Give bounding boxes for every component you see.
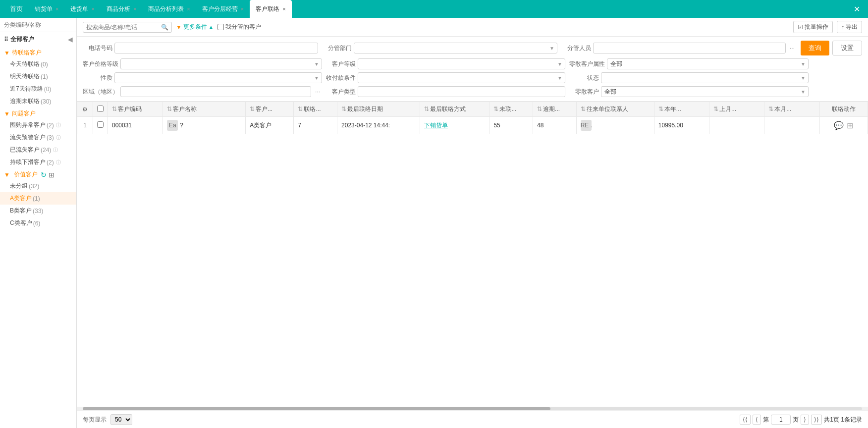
adv-nature-select[interactable] bbox=[114, 72, 322, 83]
adv-person-ellipsis[interactable]: ··· bbox=[788, 45, 797, 52]
adv-cust-level-select[interactable] bbox=[358, 58, 565, 69]
horizontal-scrollbar[interactable] bbox=[77, 407, 868, 411]
filter-search-input[interactable] bbox=[86, 24, 161, 31]
sidebar-item-overdue[interactable]: 逾期未联络(30) bbox=[0, 95, 76, 107]
adv-payment-select[interactable] bbox=[358, 72, 565, 83]
nav-tab-home[interactable]: 首页 bbox=[4, 4, 29, 13]
scrollbar-thumb[interactable] bbox=[83, 407, 550, 410]
sidebar-all-customers[interactable]: ⠿ 全部客户 ◀ bbox=[0, 32, 76, 47]
refresh-icon[interactable]: ↻ bbox=[41, 171, 47, 179]
table-row: 1 000031 Ea? A类客户 7 2023-04-12 14:44: 下销… bbox=[77, 117, 868, 134]
th-contact[interactable]: ⇅联络... bbox=[294, 102, 337, 117]
sidebar-item-tomorrow[interactable]: 明天待联络(1) bbox=[0, 70, 76, 83]
nav-tab-purchase[interactable]: 进货单 × bbox=[64, 0, 100, 18]
my-customers-checkbox[interactable] bbox=[217, 24, 224, 30]
collapse-icon[interactable]: ◀ bbox=[68, 36, 72, 43]
nav-tab-purchase-close[interactable]: × bbox=[91, 6, 94, 12]
nav-tab-sales-close[interactable]: × bbox=[55, 6, 58, 12]
sidebar-item-7days[interactable]: 近7天待联络(0) bbox=[0, 83, 76, 95]
nav-tab-analysis-close[interactable]: × bbox=[133, 6, 136, 12]
sidebar-item-declining[interactable]: 持续下滑客户(2)ⓘ bbox=[0, 156, 76, 168]
action-icons-group: 💬 ⊞ bbox=[824, 121, 864, 130]
th-lastmon[interactable]: ⇅上月... bbox=[709, 102, 764, 117]
adv-field-payment: 收付款条件 ▼ bbox=[326, 72, 565, 83]
settings-button[interactable]: 设置 bbox=[832, 41, 862, 55]
sidebar-group-waiting[interactable]: ▼ 待联络客户 bbox=[0, 47, 76, 58]
adv-person-input[interactable] bbox=[593, 43, 786, 54]
select-all-checkbox[interactable] bbox=[97, 106, 104, 112]
adv-region-ellipsis[interactable]: ··· bbox=[313, 88, 322, 95]
page-last-button[interactable]: ⟩⟩ bbox=[811, 415, 822, 425]
advanced-filter: 电话号码 分管部门 ▼ 分管人员 ··· 查询 设置 bbox=[77, 37, 868, 102]
adv-retail-attr-select[interactable]: 全部 bbox=[607, 58, 809, 69]
th-code[interactable]: ⇅客户编码 bbox=[108, 102, 163, 117]
sidebar-item-b-class[interactable]: B类客户(33) bbox=[0, 205, 76, 217]
th-overdue[interactable]: ⇅逾期... bbox=[533, 102, 577, 117]
page-first-button[interactable]: ⟨⟨ bbox=[740, 415, 751, 425]
cell-company: RE . bbox=[576, 117, 654, 134]
nav-tab-sales[interactable]: 销货单 × bbox=[29, 0, 64, 18]
adv-status-select[interactable] bbox=[601, 72, 809, 83]
cell-lastmethod[interactable]: 下销货单 bbox=[420, 117, 489, 134]
export-button[interactable]: ↑ 导出 bbox=[837, 21, 862, 33]
sidebar-item-c-class[interactable]: C类客户(6) bbox=[0, 217, 76, 229]
adv-dept-select[interactable] bbox=[354, 43, 557, 54]
sidebar-search-bar: 🔍 bbox=[0, 18, 76, 32]
adv-region-input[interactable] bbox=[120, 86, 311, 97]
lastmethod-link[interactable]: 下销货单 bbox=[424, 122, 448, 129]
sidebar-item-churned[interactable]: 已流失客户(24)ⓘ bbox=[0, 144, 76, 156]
adv-field-cust-type: 客户类型 bbox=[326, 86, 565, 97]
my-customers-checkbox-wrap[interactable]: 我分管的客户 bbox=[217, 23, 261, 31]
sidebar-group-value[interactable]: ▼ 价值客户 ↻ ⊞ bbox=[0, 168, 76, 180]
th-lastmethod[interactable]: ⇅最后联络方式 bbox=[420, 102, 489, 117]
th-action: 联络动作 bbox=[819, 102, 868, 117]
th-thisyr[interactable]: ⇅本年... bbox=[654, 102, 709, 117]
window-close-button[interactable]: ✕ bbox=[850, 4, 864, 14]
nav-tab-customer-mgmt[interactable]: 客户分层经营 × bbox=[196, 0, 250, 18]
scrollbar-track[interactable] bbox=[83, 407, 862, 410]
sidebar-item-hoarding[interactable]: 囤购异常客户(2)ⓘ bbox=[0, 119, 76, 131]
sidebar-item-churn-warning[interactable]: 流失预警客户(3)ⓘ bbox=[0, 131, 76, 144]
sidebar-search-input[interactable] bbox=[4, 21, 77, 28]
page-prev-button[interactable]: ⟨ bbox=[753, 415, 761, 425]
table-header-row: ⚙ ⇅客户编码 ⇅客户名称 ⇅客户... ⇅联络... ⇅最后联络日期 ⇅最后联… bbox=[77, 102, 868, 117]
adv-price-level-select[interactable] bbox=[120, 58, 322, 69]
per-page-select[interactable]: 50 bbox=[110, 414, 132, 425]
batch-ops-button[interactable]: ☑ 批量操作 bbox=[793, 21, 833, 33]
sidebar-item-a-class[interactable]: A类客户(1) bbox=[0, 192, 76, 205]
nav-tab-analysis-list-close[interactable]: × bbox=[187, 6, 190, 12]
sidebar-item-today[interactable]: 今天待联络(0) bbox=[0, 58, 76, 70]
nav-tab-customer-contact-close[interactable]: × bbox=[282, 6, 285, 12]
page-next-button[interactable]: ⟩ bbox=[801, 415, 809, 425]
th-settings[interactable]: ⚙ bbox=[77, 102, 93, 117]
th-lastdate[interactable]: ⇅最后联络日期 bbox=[337, 102, 420, 117]
sidebar-item-unclassified[interactable]: 未分组(32) bbox=[0, 180, 76, 192]
group-manage-icon[interactable]: ⊞ bbox=[49, 171, 54, 179]
th-name[interactable]: ⇅客户名称 bbox=[163, 102, 246, 117]
nav-tab-analysis-list[interactable]: 商品分析列表 × bbox=[142, 0, 196, 18]
query-button[interactable]: 查询 bbox=[801, 41, 829, 55]
sort-icon-contact: ⇅ bbox=[298, 106, 303, 112]
filter-more-conditions[interactable]: ▼ 更多条件 ▲ bbox=[176, 23, 214, 31]
adv-field-region: 区域（地区） ··· bbox=[83, 86, 322, 97]
sidebar-group-problem[interactable]: ▼ 问题客户 bbox=[0, 107, 76, 119]
adv-phone-input[interactable] bbox=[114, 43, 318, 54]
th-company[interactable]: ⇅往来单位联系人 bbox=[576, 102, 654, 117]
adv-cust-type-input[interactable] bbox=[358, 86, 565, 97]
nav-tab-customer-contact[interactable]: 客户联络 × bbox=[250, 0, 291, 18]
th-unlinkdays[interactable]: ⇅未联... bbox=[489, 102, 533, 117]
filter-search-icon[interactable]: 🔍 bbox=[161, 24, 168, 31]
row-checkbox-1[interactable] bbox=[97, 121, 104, 128]
action-icon-more[interactable]: ⊞ bbox=[847, 121, 853, 130]
action-icon-chat[interactable]: 💬 bbox=[834, 121, 844, 130]
adv-price-level-label: 客户价格等级 bbox=[83, 60, 118, 68]
nav-tab-analysis[interactable]: 商品分析 × bbox=[101, 0, 142, 18]
th-thismon[interactable]: ⇅本月... bbox=[764, 102, 819, 117]
page-input[interactable] bbox=[771, 415, 791, 425]
adv-nature-wrap: ▼ bbox=[114, 72, 322, 83]
nav-tab-customer-mgmt-close[interactable]: × bbox=[241, 6, 244, 12]
th-class[interactable]: ⇅客户... bbox=[246, 102, 294, 117]
adv-retail-cust-select[interactable]: 全部 bbox=[601, 86, 809, 97]
sidebar: 🔍 ⠿ 全部客户 ◀ ▼ 待联络客户 今天待联络(0) 明天待联络(1) 近7天… bbox=[0, 18, 77, 428]
adv-payment-label: 收付款条件 bbox=[326, 74, 356, 82]
